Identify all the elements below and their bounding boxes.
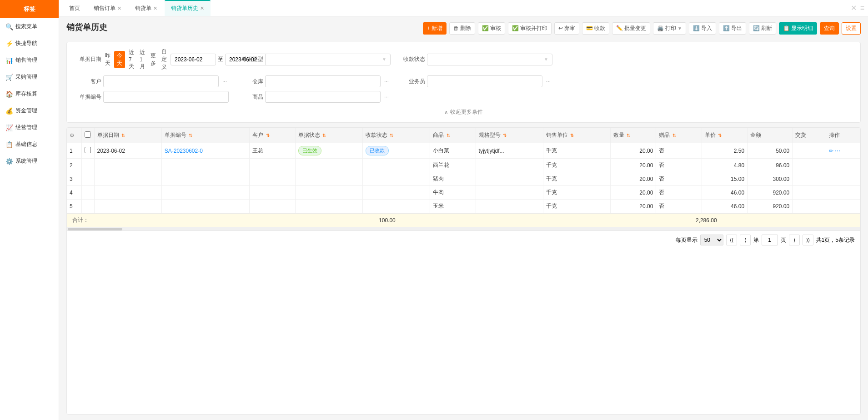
docno-input[interactable] [103,91,229,103]
td-qty: 20.00 [610,143,656,159]
audit-print-button[interactable]: ✅ 审核并打印 [508,22,552,35]
row-checkbox[interactable] [85,147,91,153]
sidebar-item-operations-mgmt[interactable]: 📈 经营管理 [0,119,59,136]
staff-ellipsis[interactable]: ··· [544,77,552,85]
page-next-btn[interactable]: ⟩ [789,235,800,245]
th-price-sort[interactable]: ⇅ [718,133,722,138]
sidebar-item-system-mgmt[interactable]: ⚙️ 系统管理 [0,153,59,170]
print-button[interactable]: 🖨️ 打印 ▼ [653,22,686,35]
td-amount: 300.00 [748,172,793,186]
tab-sales-goods-close[interactable]: ✕ [153,5,157,11]
select-all-checkbox[interactable] [85,131,91,138]
tab-sales-order[interactable]: 销售订单 ✕ [87,0,128,16]
td-customer [250,159,295,172]
table-scrollbar[interactable] [67,227,860,230]
date-shortcut-custom[interactable]: 自定义 [160,47,169,72]
td-trade [793,186,826,200]
type-label: 单据类型 [236,55,263,63]
delete-button[interactable]: 🗑 删除 [449,22,475,35]
sidebar-item-basic-info[interactable]: 📋 基础信息 [0,136,59,153]
th-unit-sort[interactable]: ⇅ [570,133,574,138]
td-doc-status [295,200,362,213]
per-page-select[interactable]: 50 100 200 [700,235,723,245]
tab-sales-order-close[interactable]: ✕ [117,5,121,11]
td-checkbox [81,186,94,200]
refresh-button[interactable]: 🔄 刷新 [749,22,776,35]
page-last-btn[interactable]: ⟩⟩ [803,235,813,245]
date-label: 单据日期 [74,55,101,63]
tab-home[interactable]: 首页 [63,0,86,16]
date-from-input[interactable] [171,54,216,65]
tab-sales-history-close[interactable]: ✕ [200,5,204,11]
type-select[interactable]: ▼ [265,54,391,65]
tab-sales-history[interactable]: 销货单历史 ✕ [165,0,211,16]
sidebar-item-inventory[interactable]: 🏠 库存核算 [0,85,59,102]
table-row: 5 玉米 千克 20.00 否 46.00 920.00 [67,200,860,213]
page-number-input[interactable] [762,235,778,245]
sidebar-item-finance-mgmt[interactable]: 💰 资金管理 [0,102,59,119]
th-docno: 单据编号 ⇅ [161,128,250,143]
td-unit: 千克 [543,143,610,159]
td-index: 5 [67,200,81,213]
page-prev-btn[interactable]: ⟨ [740,235,751,245]
td-gift: 否 [656,186,702,200]
settings-button[interactable]: 设置 [842,22,861,35]
date-shortcut-1month[interactable]: 近1月 [138,48,147,71]
th-doc-status-sort[interactable]: ⇅ [322,133,326,138]
customer-ellipsis[interactable]: ··· [221,77,229,85]
th-goods-sort[interactable]: ⇅ [447,133,450,138]
filter-warehouse-field: 仓库 ··· [236,75,391,87]
query-button[interactable]: 查询 [820,22,839,35]
tab-sales-goods[interactable]: 销货单 ✕ [129,0,164,16]
docno-label: 单据编号 [74,93,101,101]
doc-no-link[interactable]: SA-20230602-0 [165,148,203,154]
date-shortcut-7days[interactable]: 近7天 [127,48,136,71]
status-select[interactable]: ▼ [427,54,552,65]
tabs-menu[interactable]: ≡ [860,4,864,12]
new-button[interactable]: + 新增 [423,22,447,35]
warehouse-input[interactable] [265,75,381,87]
sidebar-item-purchase-mgmt[interactable]: 🛒 采购管理 [0,69,59,85]
sidebar-item-search-menu[interactable]: 🔍 搜索菜单 [0,18,59,35]
th-pay-status-sort[interactable]: ⇅ [390,133,393,138]
audit-button[interactable]: ✅ 审核 [478,22,505,35]
more-action[interactable]: ⋯ [835,148,840,154]
export-button[interactable]: ⬆️ 导出 [719,22,746,35]
discard-icon: ↩ [558,25,563,31]
edit-action[interactable]: ✏ [829,148,833,154]
th-qty-sort[interactable]: ⇅ [627,133,630,138]
batch-change-button[interactable]: ✏️ 批量变更 [612,22,650,35]
td-unit: 千克 [543,186,610,200]
scroll-thumb[interactable] [68,228,122,230]
th-gift-label: 赠品 [659,132,670,138]
th-spec-sort[interactable]: ⇅ [503,133,507,138]
collect-button[interactable]: 💳 收款 [582,22,609,35]
filter-goods-field: 商品 ··· [236,91,391,103]
th-docno-sort[interactable]: ⇅ [189,133,192,138]
discard-button[interactable]: ↩ 弃审 [554,22,579,35]
td-date: 2023-06-02 [94,143,161,159]
th-customer-sort[interactable]: ⇅ [266,133,270,138]
customer-input[interactable] [103,75,219,87]
display-button[interactable]: 📋 显示明细 [779,22,817,35]
page-first-btn[interactable]: ⟨⟨ [726,235,737,245]
settings-gear-icon[interactable]: ⚙ [70,132,75,139]
th-gift-sort[interactable]: ⇅ [672,133,676,138]
sidebar-item-label: 基础信息 [15,140,37,148]
sidebar-item-label: 采购管理 [15,73,37,81]
staff-input[interactable] [427,75,542,87]
sidebar-item-quick-nav[interactable]: ⚡ 快捷导航 [0,35,59,52]
collapse-button[interactable]: ∧ 收起更多条件 [74,106,853,118]
goods-ellipsis[interactable]: ··· [382,93,391,101]
warehouse-ellipsis[interactable]: ··· [382,77,391,85]
goods-input[interactable] [265,91,381,103]
date-shortcut-today[interactable]: 今天 [114,51,125,68]
tabs-close-all[interactable]: ✕ [851,4,857,12]
print-dropdown-icon: ▼ [677,26,682,31]
th-date-sort[interactable]: ⇅ [121,133,125,138]
sidebar-item-sales-mgmt[interactable]: 📊 销售管理 [0,52,59,69]
date-shortcut-more[interactable]: 更多 [149,51,158,68]
import-button[interactable]: ⬇️ 导入 [689,22,716,35]
import-icon: ⬇️ [693,25,700,31]
date-shortcut-yesterday[interactable]: 昨天 [103,51,112,68]
